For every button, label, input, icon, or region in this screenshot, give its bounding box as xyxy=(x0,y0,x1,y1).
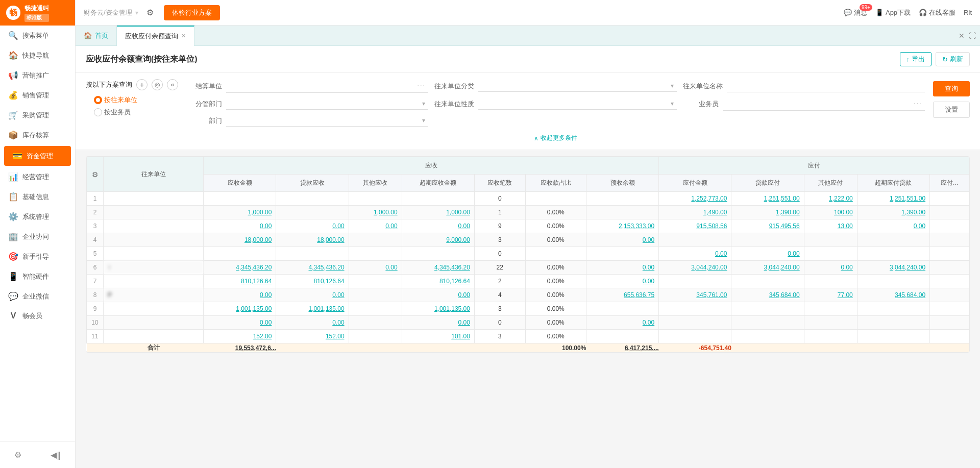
data-cell[interactable]: 4,345,436.20 xyxy=(204,261,276,275)
data-cell[interactable]: 1,001,135.00 xyxy=(276,302,349,316)
data-cell[interactable]: 0.00 xyxy=(204,316,276,330)
data-cell[interactable]: 0.00 xyxy=(586,316,658,330)
department-select[interactable]: ▾ xyxy=(226,115,428,127)
sidebar-item-wechat[interactable]: 💬 企业微信 xyxy=(0,286,75,306)
settlement-unit-input[interactable]: ··· xyxy=(226,79,428,93)
message-button[interactable]: 💬 消息 99+ xyxy=(844,8,867,17)
data-cell[interactable]: 1,390.00 xyxy=(857,206,929,219)
data-cell[interactable]: 915,495.56 xyxy=(731,219,804,233)
data-cell[interactable]: 1,000.00 xyxy=(349,206,402,219)
data-cell[interactable]: 152.00 xyxy=(204,330,276,343)
filter-option-by-employee[interactable]: 按业务员 xyxy=(94,108,178,117)
data-cell[interactable]: 1,251,551.00 xyxy=(731,192,804,206)
data-cell[interactable]: 0.00 xyxy=(586,233,658,247)
query-button[interactable]: 查询 xyxy=(933,81,970,96)
data-cell[interactable]: 345,761.00 xyxy=(659,288,731,302)
sidebar-item-vip[interactable]: V 畅会员 xyxy=(0,306,75,326)
data-cell[interactable]: 0.00 xyxy=(586,275,658,288)
sidebar-item-finance[interactable]: 💳 资金管理 xyxy=(4,146,71,166)
sidebar-item-sales[interactable]: 💰 销售管理 xyxy=(0,85,75,105)
filter-option-collapse-button[interactable]: « xyxy=(167,79,178,90)
data-cell[interactable]: 1,252,773.00 xyxy=(659,192,731,206)
window-close-icon[interactable]: ✕ xyxy=(959,32,965,40)
data-cell[interactable]: 810,126.64 xyxy=(276,275,349,288)
data-cell[interactable]: 0.00 xyxy=(276,219,349,233)
data-cell[interactable]: 1,000.00 xyxy=(204,206,276,219)
data-cell[interactable]: 101.00 xyxy=(402,330,474,343)
export-button[interactable]: ↑ 导出 xyxy=(900,52,932,66)
data-cell[interactable]: 3,044,240.00 xyxy=(731,261,804,275)
app-download-button[interactable]: 📱 App下载 xyxy=(875,8,911,17)
data-cell[interactable]: 345,684.00 xyxy=(731,288,804,302)
data-cell[interactable]: 915,508.56 xyxy=(659,219,731,233)
user-info[interactable]: Rit xyxy=(964,9,972,16)
data-cell[interactable]: 0.00 xyxy=(857,219,929,233)
data-cell[interactable]: 0.00 xyxy=(804,261,857,275)
data-cell[interactable]: 1,001,135.00 xyxy=(204,302,276,316)
data-cell[interactable]: 1,001,135.00 xyxy=(402,302,474,316)
footer-prepay[interactable]: 6,417,215.... xyxy=(586,343,658,353)
sidebar-item-marketing[interactable]: 📢 营销推广 xyxy=(0,65,75,85)
header-gear-icon[interactable]: ⚙ xyxy=(146,8,154,17)
data-cell[interactable]: 4,345,436.20 xyxy=(402,261,474,275)
data-cell[interactable]: 655,636.75 xyxy=(586,288,658,302)
data-cell[interactable]: 100.00 xyxy=(804,206,857,219)
data-cell[interactable]: 1,222.00 xyxy=(804,192,857,206)
sidebar-settings-button[interactable]: ⚙ xyxy=(10,446,26,464)
sidebar-item-quick-nav[interactable]: 🏠 快捷导航 xyxy=(0,45,75,65)
data-cell[interactable]: 3,044,240.00 xyxy=(659,261,731,275)
sidebar-item-purchase[interactable]: 🛒 采购管理 xyxy=(0,105,75,125)
sidebar-item-search-menu[interactable]: 🔍 搜索菜单 xyxy=(0,26,75,45)
data-cell[interactable]: 0.00 xyxy=(204,288,276,302)
sidebar-item-inventory[interactable]: 📦 库存核算 xyxy=(0,125,75,145)
sidebar-item-operations[interactable]: 📊 经营管理 xyxy=(0,167,75,187)
data-cell[interactable]: 810,126.64 xyxy=(204,275,276,288)
data-cell[interactable]: 0.00 xyxy=(586,261,658,275)
data-cell[interactable]: 810,126.64 xyxy=(402,275,474,288)
data-cell[interactable]: 13.00 xyxy=(804,219,857,233)
data-cell[interactable]: 0.00 xyxy=(204,219,276,233)
data-cell[interactable]: 0.00 xyxy=(659,247,731,261)
sidebar-item-basic-info[interactable]: 📋 基础信息 xyxy=(0,187,75,207)
data-cell[interactable]: 0.00 xyxy=(402,316,474,330)
refresh-button[interactable]: ↻ 刷新 xyxy=(936,52,970,66)
data-cell[interactable]: 152.00 xyxy=(276,330,349,343)
filter-option-by-unit[interactable]: 按往来单位 xyxy=(94,95,174,105)
data-cell[interactable]: 0.00 xyxy=(731,247,804,261)
dept-select[interactable]: ▾ xyxy=(226,98,428,110)
unit-category-select[interactable]: ▾ xyxy=(478,80,676,92)
data-cell[interactable]: 345,684.00 xyxy=(857,288,929,302)
tab-close-icon[interactable]: ✕ xyxy=(181,33,186,39)
data-cell[interactable]: 1,251,551.00 xyxy=(857,192,929,206)
data-cell[interactable]: 0.00 xyxy=(349,219,402,233)
sidebar-item-system[interactable]: ⚙️ 系统管理 xyxy=(0,207,75,227)
table-settings-icon[interactable]: ⚙ xyxy=(90,169,100,180)
data-cell[interactable]: 3,044,240.00 xyxy=(857,261,929,275)
data-cell[interactable]: 0.00 xyxy=(276,288,349,302)
data-cell[interactable]: 2,153,333.00 xyxy=(586,219,658,233)
salesperson-input[interactable]: ··· xyxy=(723,97,925,111)
tab-home[interactable]: 🏠 首页 xyxy=(76,26,117,46)
data-cell[interactable]: 0.00 xyxy=(402,288,474,302)
filter-collapse-button[interactable]: ∧ 收起更多条件 xyxy=(186,131,925,145)
online-service-button[interactable]: 🎧 在线客服 xyxy=(919,8,955,17)
filter-settings-button[interactable]: ◎ xyxy=(152,79,163,90)
sidebar-collapse-button[interactable]: ◀‖ xyxy=(46,446,65,464)
sidebar-item-enterprise[interactable]: 🏢 企业协同 xyxy=(0,227,75,247)
tab-ar-ap[interactable]: 应收应付余额查询 ✕ xyxy=(117,26,194,46)
sidebar-item-newbie[interactable]: 🎯 新手引导 xyxy=(0,247,75,266)
sidebar-item-smart-hw[interactable]: 📱 智能硬件 xyxy=(0,266,75,286)
unit-nature-select[interactable]: ▾ xyxy=(478,98,676,110)
data-cell[interactable]: 9,000.00 xyxy=(402,233,474,247)
data-cell[interactable]: 18,000.00 xyxy=(276,233,349,247)
window-maximize-icon[interactable]: ⛶ xyxy=(969,32,976,40)
promo-button[interactable]: 体验行业方案 xyxy=(164,5,220,20)
settings-btn[interactable]: 设置 xyxy=(933,102,970,118)
data-cell[interactable]: 1,390.00 xyxy=(731,206,804,219)
data-cell[interactable]: 1,490.00 xyxy=(659,206,731,219)
data-cell[interactable]: 1,000.00 xyxy=(402,206,474,219)
data-cell[interactable]: 4,345,436.20 xyxy=(276,261,349,275)
data-cell[interactable]: 0.00 xyxy=(276,316,349,330)
unit-name-input[interactable] xyxy=(727,80,925,92)
filter-add-button[interactable]: + xyxy=(136,79,148,90)
